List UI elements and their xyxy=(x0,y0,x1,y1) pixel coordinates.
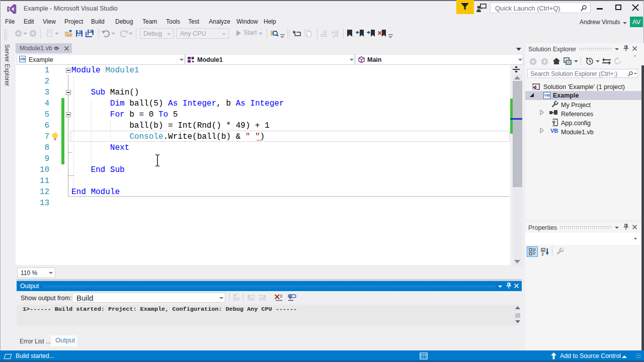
svg-text:A: A xyxy=(542,249,544,252)
svg-text:Z: Z xyxy=(542,252,544,256)
svg-text:ab: ab xyxy=(288,294,292,298)
